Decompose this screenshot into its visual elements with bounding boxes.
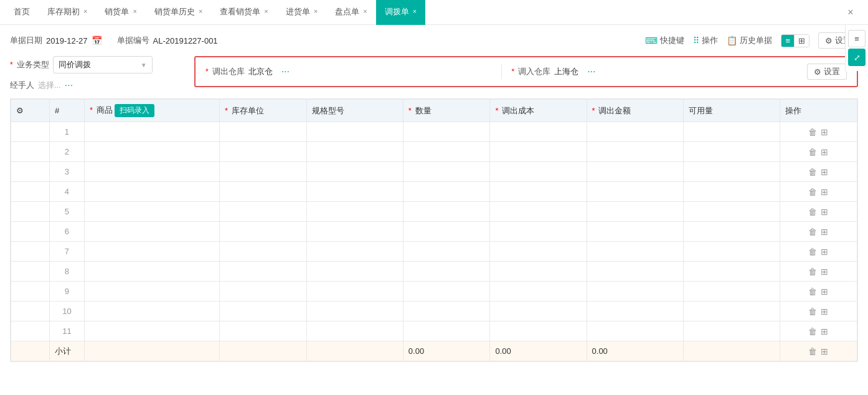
tab-stock-init-close[interactable]: ×	[83, 8, 87, 15]
row-cost-cell[interactable]	[490, 321, 587, 341]
row-copy-icon[interactable]: ⊞	[821, 187, 828, 197]
row-delete-icon[interactable]: 🗑	[808, 247, 817, 257]
window-close-button[interactable]: ×	[838, 0, 863, 25]
from-wh-more-icon[interactable]: ···	[276, 66, 295, 77]
sidebar-doc-button[interactable]: ≡	[848, 30, 866, 47]
shortcut-action[interactable]: ⌨ 快捷键	[645, 35, 684, 46]
row-unit-cell[interactable]	[220, 142, 307, 162]
row-delete-icon[interactable]: 🗑	[808, 326, 817, 336]
biz-type-select[interactable]: 同价调拨 ▼	[53, 56, 153, 74]
tab-view-sales[interactable]: 查看销货单 ×	[211, 0, 276, 25]
row-qty-cell[interactable]	[403, 122, 490, 142]
row-delete-icon[interactable]: 🗑	[808, 287, 817, 297]
row-spec-cell[interactable]	[306, 262, 403, 282]
sidebar-expand-button[interactable]: ⤢	[848, 49, 866, 66]
row-unit-cell[interactable]	[220, 182, 307, 202]
row-cost-cell[interactable]	[490, 202, 587, 222]
row-copy-icon[interactable]: ⊞	[821, 127, 828, 137]
tab-inventory-close[interactable]: ×	[363, 8, 367, 15]
row-qty-cell[interactable]	[403, 202, 490, 222]
row-copy-icon[interactable]: ⊞	[821, 287, 828, 297]
row-cost-cell[interactable]	[490, 122, 587, 142]
tab-inventory[interactable]: 盘点单 ×	[326, 0, 375, 25]
row-spec-cell[interactable]	[306, 321, 403, 341]
row-product-cell[interactable]	[84, 182, 219, 202]
row-spec-cell[interactable]	[306, 142, 403, 162]
row-amount-cell[interactable]	[587, 142, 683, 162]
row-copy-icon[interactable]: ⊞	[821, 307, 828, 316]
row-spec-cell[interactable]	[306, 302, 403, 321]
row-cost-cell[interactable]	[490, 162, 587, 182]
row-spec-cell[interactable]	[306, 182, 403, 202]
row-copy-icon[interactable]: ⊞	[821, 167, 828, 177]
tab-stock-init[interactable]: 库存期初 ×	[39, 0, 96, 25]
row-amount-cell[interactable]	[587, 182, 683, 202]
row-unit-cell[interactable]	[220, 282, 307, 302]
row-amount-cell[interactable]	[587, 202, 683, 222]
row-copy-icon[interactable]: ⊞	[821, 247, 828, 257]
tab-purchase-close[interactable]: ×	[314, 8, 318, 15]
tab-purchase[interactable]: 进货单 ×	[277, 0, 326, 25]
history-action[interactable]: 📋 历史单据	[727, 35, 772, 46]
tab-transfer-close[interactable]: ×	[413, 8, 417, 15]
row-spec-cell[interactable]	[306, 202, 403, 222]
row-unit-cell[interactable]	[220, 202, 307, 222]
row-amount-cell[interactable]	[587, 222, 683, 242]
row-product-cell[interactable]	[84, 142, 219, 162]
row-qty-cell[interactable]	[403, 302, 490, 321]
row-delete-icon[interactable]: 🗑	[808, 207, 817, 217]
calendar-icon[interactable]: 📅	[92, 36, 102, 45]
row-delete-icon[interactable]: 🗑	[808, 267, 817, 277]
row-cost-cell[interactable]	[490, 262, 587, 282]
row-unit-cell[interactable]	[220, 122, 307, 142]
row-qty-cell[interactable]	[403, 262, 490, 282]
row-qty-cell[interactable]	[403, 142, 490, 162]
row-qty-cell[interactable]	[403, 182, 490, 202]
row-unit-cell[interactable]	[220, 262, 307, 282]
tab-sales-order[interactable]: 销货单 ×	[96, 0, 145, 25]
row-delete-icon[interactable]: 🗑	[808, 147, 817, 157]
tab-sales-order-close[interactable]: ×	[133, 8, 136, 15]
row-amount-cell[interactable]	[587, 262, 683, 282]
row-product-cell[interactable]	[84, 242, 219, 262]
row-spec-cell[interactable]	[306, 122, 403, 142]
row-qty-cell[interactable]	[403, 321, 490, 341]
row-copy-icon[interactable]: ⊞	[821, 326, 828, 336]
row-product-cell[interactable]	[84, 222, 219, 242]
row-product-cell[interactable]	[84, 282, 219, 302]
row-product-cell[interactable]	[84, 122, 219, 142]
row-copy-icon[interactable]: ⊞	[821, 147, 828, 157]
to-wh-more-icon[interactable]: ···	[582, 66, 600, 77]
row-product-cell[interactable]	[84, 321, 219, 341]
row-unit-cell[interactable]	[220, 222, 307, 242]
row-copy-icon[interactable]: ⊞	[821, 227, 828, 237]
row-copy-icon[interactable]: ⊞	[821, 267, 828, 277]
row-copy-icon[interactable]: ⊞	[821, 207, 828, 217]
row-delete-icon[interactable]: 🗑	[808, 187, 817, 197]
tab-transfer[interactable]: 调拨单 ×	[376, 0, 425, 25]
scan-button[interactable]: 扫码录入	[115, 104, 154, 117]
row-cost-cell[interactable]	[490, 242, 587, 262]
row-product-cell[interactable]	[84, 262, 219, 282]
row-qty-cell[interactable]	[403, 242, 490, 262]
row-cost-cell[interactable]	[490, 282, 587, 302]
row-cost-cell[interactable]	[490, 222, 587, 242]
row-cost-cell[interactable]	[490, 182, 587, 202]
row-product-cell[interactable]	[84, 302, 219, 321]
row-qty-cell[interactable]	[403, 282, 490, 302]
row-cost-cell[interactable]	[490, 302, 587, 321]
row-qty-cell[interactable]	[403, 222, 490, 242]
row-unit-cell[interactable]	[220, 302, 307, 321]
warehouse-settings-button[interactable]: ⚙ 设置	[807, 64, 847, 80]
row-unit-cell[interactable]	[220, 321, 307, 341]
handler-more-icon[interactable]: ···	[65, 80, 73, 91]
row-spec-cell[interactable]	[306, 242, 403, 262]
row-delete-icon[interactable]: 🗑	[808, 227, 817, 237]
row-cost-cell[interactable]	[490, 142, 587, 162]
row-amount-cell[interactable]	[587, 242, 683, 262]
row-delete-icon[interactable]: 🗑	[808, 167, 817, 177]
footer-copy-icon[interactable]: ⊞	[821, 346, 828, 356]
row-amount-cell[interactable]	[587, 162, 683, 182]
row-amount-cell[interactable]	[587, 321, 683, 341]
gear-icon[interactable]: ⚙	[16, 106, 24, 115]
